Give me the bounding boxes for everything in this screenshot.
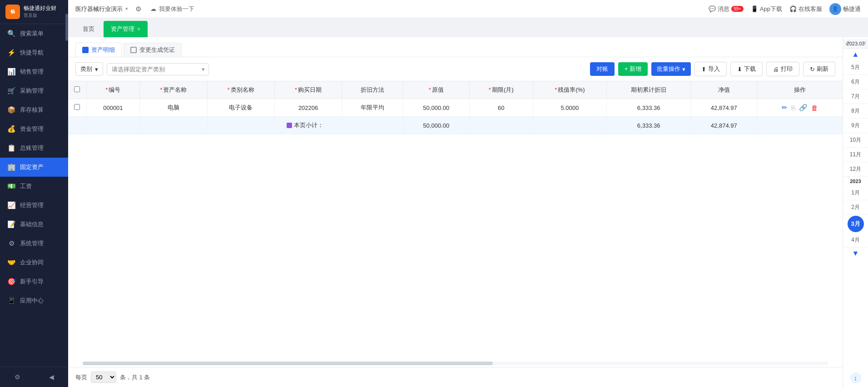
app-download-button[interactable]: 📱 App下载 <box>751 5 782 13</box>
sidebar-item-app-center[interactable]: 📱 应用中心 <box>0 291 68 310</box>
system-icon: ⚙ <box>7 239 15 248</box>
refresh-button[interactable]: ↻ 刷新 <box>803 62 835 76</box>
row-category: 电子设备 <box>207 99 274 117</box>
row-checkbox[interactable] <box>74 104 80 110</box>
subtotal-original-value: 50,000.00 <box>403 117 469 134</box>
topbar-right: 💬 消息 99+ 📱 App下载 🎧 在线客服 👤 畅捷通 <box>709 3 861 15</box>
sidebar-bottom: ⚙ ◀ <box>0 367 68 387</box>
row-code: 000001 <box>86 99 140 117</box>
horizontal-scrollbar[interactable] <box>83 362 828 365</box>
sidebar-item-finance[interactable]: 💰 资金管理 <box>0 119 68 139</box>
sidebar-item-fixed-assets[interactable]: 🏢 固定资产 <box>0 158 68 177</box>
sub-tab-detail[interactable]: 资产明细 <box>75 43 122 57</box>
sidebar-item-quicknav[interactable]: ⚡ 快捷导航 <box>0 43 68 62</box>
cal-month-5[interactable]: 5月 <box>843 60 868 75</box>
online-service-button[interactable]: 🎧 在线客服 <box>789 5 822 13</box>
sidebar-item-purchase[interactable]: 🛒 采购管理 <box>0 81 68 100</box>
col-code-label: 编号 <box>109 86 120 93</box>
settings-button[interactable]: ⚙ <box>12 371 23 383</box>
sidebar-item-search[interactable]: 🔍 搜索菜单 <box>0 24 68 43</box>
select-all-checkbox[interactable] <box>74 86 80 92</box>
category-input[interactable] <box>107 64 198 75</box>
edit-icon[interactable]: ✏ <box>782 104 788 112</box>
app-download-label: App下载 <box>760 5 782 13</box>
inventory-icon: 📦 <box>7 106 15 114</box>
cal-close-icon[interactable]: × <box>863 39 866 46</box>
cal-month-7[interactable]: 7月 <box>843 89 868 104</box>
delete-icon[interactable]: 🗑 <box>811 104 818 112</box>
sidebar-item-label: 企业协同 <box>20 258 44 267</box>
sidebar-item-system[interactable]: ⚙ 系统管理 <box>0 234 68 253</box>
download-button[interactable]: ⬇ 下载 <box>730 62 763 76</box>
cal-month-3-active[interactable]: 3月 <box>848 216 864 232</box>
cal-month-2[interactable]: 2月 <box>843 200 868 215</box>
notification-button[interactable]: 💬 消息 99+ <box>709 5 744 13</box>
collapse-button[interactable]: ◀ <box>46 371 57 383</box>
row-actions: ✏ ⎘ 🔗 🗑 <box>757 99 843 117</box>
row-net-value: 42,874.97 <box>691 99 757 117</box>
batch-label: 批量操作 <box>657 65 680 73</box>
tab-assets[interactable]: 资产管理 × <box>104 21 148 37</box>
subtotal-rate-empty <box>533 117 606 134</box>
app-edition: 普及版 <box>24 12 56 19</box>
sidebar-item-enterprise[interactable]: 🤝 企业协同 <box>0 253 68 272</box>
user-area[interactable]: 👤 畅捷通 <box>829 3 861 15</box>
refresh-label: 刷新 <box>817 65 828 73</box>
cal-month-11[interactable]: 11月 <box>843 148 868 162</box>
category-input-arrow[interactable]: ▾ <box>198 64 208 75</box>
assets-table: *编号 *资产名称 *类别名称 *购买日期 折旧方法 *原值 *期限(月) *残… <box>68 81 843 134</box>
sidebar-item-basic-info[interactable]: 📝 基础信息 <box>0 215 68 234</box>
enterprise-icon: 🤝 <box>7 258 15 267</box>
cal-down-button[interactable]: ▼ <box>843 248 868 259</box>
sidebar-item-ledger[interactable]: 📋 总账管理 <box>0 139 68 158</box>
cloud-icon: ☁ <box>150 5 156 12</box>
batch-button[interactable]: 批量操作 ▾ <box>651 62 691 76</box>
subtotal-period-empty <box>469 117 533 134</box>
col-rate-label: 残值率(%) <box>558 86 585 93</box>
scroll-thumb <box>83 362 493 365</box>
new-button[interactable]: + 新增 <box>618 62 648 76</box>
cal-month-8[interactable]: 8月 <box>843 104 868 119</box>
category-input-wrap: ▾ <box>107 63 209 75</box>
cal-month-6[interactable]: 6月 <box>843 75 868 89</box>
cal-month-4[interactable]: 4月 <box>843 233 868 248</box>
cal-toggle-button[interactable]: ↕ <box>850 372 861 383</box>
th-original-value: *原值 <box>403 81 469 99</box>
company-selector[interactable]: 医疗器械行业演示 ▾ <box>75 5 128 13</box>
experience-button[interactable]: ☁ 我要体验一下 <box>150 5 194 13</box>
calendar-panel: 2023.03 ⤢ × ▲ 5月 6月 7月 8月 9月 10月 11月 12月… <box>843 37 868 387</box>
copy-icon[interactable]: ⎘ <box>791 104 795 112</box>
sidebar-item-management[interactable]: 📈 经营管理 <box>0 196 68 215</box>
per-page-select[interactable]: 50 100 200 <box>91 372 116 383</box>
cal-up-button[interactable]: ▲ <box>843 49 868 60</box>
tab-assets-label: 资产管理 <box>111 25 134 33</box>
toolbar: 类别 ▾ ▾ 对账 + 新增 批量操作 ▾ ⬆ <box>68 57 843 81</box>
link-icon[interactable]: 🔗 <box>799 104 808 112</box>
sidebar-item-sales[interactable]: 📊 销售管理 <box>0 62 68 81</box>
ledger-icon: 📋 <box>7 144 15 152</box>
row-action-icons: ✏ ⎘ 🔗 🗑 <box>761 104 839 112</box>
subtotal-accumulated-dep: 6,333.36 <box>607 117 691 134</box>
app-name: 畅捷通好业财 <box>24 5 56 12</box>
cal-month-9[interactable]: 9月 <box>843 119 868 133</box>
sidebar-item-payroll[interactable]: 💵 工资 <box>0 177 68 196</box>
sub-tab-detail-label: 资产明细 <box>91 46 115 54</box>
col-net-label: 净值 <box>718 86 730 93</box>
settings-gear-icon[interactable]: ⚙ <box>135 5 141 13</box>
reconcile-button[interactable]: 对账 <box>590 62 615 76</box>
tab-home[interactable]: 首页 <box>75 21 102 37</box>
sub-tab-voucher[interactable]: 变更生成凭证 <box>124 43 182 57</box>
purchase-icon: 🛒 <box>7 87 15 95</box>
import-button[interactable]: ⬆ 导入 <box>694 62 727 76</box>
print-button[interactable]: 🖨 打印 <box>766 62 799 76</box>
sidebar-item-guide[interactable]: 🎯 新手引导 <box>0 272 68 291</box>
cal-month-10[interactable]: 10月 <box>843 133 868 148</box>
cal-month-1[interactable]: 1月 <box>843 186 868 200</box>
sidebar-item-inventory[interactable]: 📦 库存核算 <box>0 100 68 119</box>
category-filter[interactable]: 类别 ▾ <box>75 62 103 76</box>
tab-close-icon[interactable]: × <box>137 26 140 32</box>
cal-expand-icon[interactable]: ⤢ <box>845 39 850 46</box>
sidebar-item-label: 销售管理 <box>20 68 44 76</box>
cal-month-12[interactable]: 12月 <box>843 162 868 177</box>
import-label: 导入 <box>708 65 720 73</box>
